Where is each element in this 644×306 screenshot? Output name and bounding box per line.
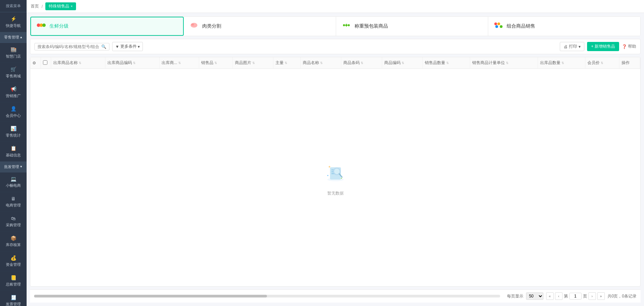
- sidebar-item-inventory[interactable]: 📦 库存核算: [0, 232, 27, 251]
- next-page-button[interactable]: ›: [588, 292, 596, 300]
- last-page-button[interactable]: »: [597, 292, 605, 300]
- print-icon: 🖨: [564, 44, 568, 49]
- scrollbar-thumb[interactable]: [34, 295, 267, 297]
- tab-fresh-grade[interactable]: 生鲜分级: [30, 17, 184, 36]
- sort-icon: ⇅: [320, 61, 323, 65]
- col-weight[interactable]: 主量 ⇅: [273, 57, 301, 69]
- breadcrumb-home[interactable]: 首页: [31, 3, 39, 9]
- col-member-price[interactable]: 会员价 ⇅: [585, 57, 619, 69]
- first-page-button[interactable]: «: [546, 292, 554, 300]
- search-input[interactable]: [38, 44, 100, 49]
- page-suffix: 页: [583, 293, 587, 299]
- combo-icon: [494, 21, 503, 31]
- sort-icon: ⇅: [252, 61, 255, 65]
- tab-weigh-pkg[interactable]: 称重预包装商品: [336, 17, 489, 36]
- sort-icon: ⇅: [361, 61, 363, 65]
- sort-icon: ⇅: [133, 61, 136, 65]
- col-sale-unit[interactable]: 销售商品计量单位 ⇅: [470, 57, 538, 69]
- svg-point-10: [494, 22, 497, 25]
- svg-point-2: [42, 24, 46, 27]
- inventory-icon: 📦: [11, 235, 16, 242]
- svg-point-23: [341, 178, 342, 179]
- sidebar-item-ecom-mgmt[interactable]: 🖥 电商管理: [0, 192, 27, 212]
- toolbar-right: 🖨 打印 ▾ + 新增销售品 ❓ 帮助: [560, 42, 636, 51]
- filter-icon: ▼: [115, 44, 119, 49]
- col-sale-item[interactable]: 销售品 ⇅: [199, 57, 233, 69]
- wholesale-mgmt-arrow-icon: ▼: [20, 165, 23, 168]
- quick-nav-icon: ⚡: [11, 16, 16, 22]
- print-arrow-icon: ▾: [579, 44, 581, 49]
- col-img[interactable]: 商品图片 ⇅: [233, 57, 273, 69]
- sidebar-item-quick-nav[interactable]: ⚡ 快捷导航: [0, 12, 27, 32]
- col-out-name[interactable]: 出库商品名称 ⇅: [51, 57, 105, 69]
- breadcrumb-close-icon[interactable]: ×: [71, 4, 73, 8]
- retail-stats-icon: 📊: [11, 125, 16, 132]
- col-good-barcode[interactable]: 商品条码 ⇅: [341, 57, 382, 69]
- svg-point-13: [495, 25, 498, 28]
- smart-store-icon: 🏬: [11, 46, 16, 53]
- help-button[interactable]: ❓ 帮助: [622, 44, 636, 49]
- select-all-checkbox[interactable]: [43, 60, 47, 65]
- col-good-code[interactable]: 商品编码 ⇅: [382, 57, 422, 69]
- sidebar-item-member-center[interactable]: 👤 会员中心: [0, 102, 27, 122]
- finance-mgmt-icon: 💰: [11, 255, 16, 262]
- sidebar: 搜索菜单 ⚡ 快捷导航 零售管理 ▲ 🏬 智慧门店 🛒 零售商城 📢 营销推广 …: [0, 0, 27, 306]
- empty-state-text: 暂无数据: [327, 190, 344, 196]
- sort-icon: ⇅: [285, 61, 287, 65]
- col-good-name[interactable]: 商品名称 ⇅: [300, 57, 341, 69]
- sidebar-item-sales-promo[interactable]: 📢 营销推广: [0, 82, 27, 102]
- invoice-mgmt-icon: 🧾: [11, 294, 16, 301]
- sidebar-item-purchase-mgmt[interactable]: 🛍 采购管理: [0, 212, 27, 232]
- col-out-code[interactable]: 出库商品编码 ⇅: [105, 57, 159, 69]
- per-page-select[interactable]: 50 10 20 100: [526, 292, 543, 300]
- col-sale-qty[interactable]: 销售品数量 ⇅: [422, 57, 470, 69]
- tab-cards: 生鲜分级 肉类分割: [30, 16, 641, 36]
- sort-icon: ⇅: [214, 61, 217, 65]
- table-container: ⚙ 出库商品名称 ⇅ 出库商品编码: [30, 57, 641, 287]
- sidebar-logo[interactable]: 搜索菜单: [0, 0, 27, 12]
- tab-combo[interactable]: 组合商品销售: [488, 17, 640, 36]
- filter-button[interactable]: ▼ 更多条件 ▾: [112, 42, 143, 51]
- table-settings-header[interactable]: ⚙: [30, 57, 41, 69]
- sort-icon: ⇅: [601, 61, 603, 65]
- page-total: 共0页，0条记录: [608, 293, 636, 299]
- table-checkbox-header[interactable]: [41, 57, 51, 69]
- table-header-row: ⚙ 出库商品名称 ⇅ 出库商品编码: [30, 57, 640, 69]
- add-product-button[interactable]: + 新增销售品: [587, 42, 619, 51]
- col-out-qty[interactable]: 出库品数量 ⇅: [538, 57, 585, 69]
- sidebar-item-wholesale-mgmt[interactable]: 批发管理 ▼: [0, 162, 27, 172]
- sidebar-item-smart-store[interactable]: 🏬 智慧门店: [0, 43, 27, 63]
- sidebar-item-retail-mgmt[interactable]: 零售管理 ▲: [0, 32, 27, 43]
- horizontal-scrollbar[interactable]: [34, 295, 500, 297]
- page-number-input[interactable]: [569, 293, 582, 300]
- data-table: ⚙ 出库商品名称 ⇅ 出库商品编码: [30, 57, 640, 69]
- ledger-mgmt-icon: 📒: [11, 275, 16, 281]
- sidebar-item-basic-info[interactable]: 📋 基础信息: [0, 142, 27, 162]
- sidebar-item-ledger-mgmt[interactable]: 📒 总账管理: [0, 271, 27, 291]
- pagination: 每页显示 50 10 20 100 « ‹ 第 页 › » 共0页，0条记录: [507, 292, 636, 300]
- mini-ecom-icon: 💻: [11, 176, 16, 183]
- sidebar-item-invoice-mgmt[interactable]: 🧾 发票管理: [0, 291, 27, 306]
- search-box[interactable]: 🔍: [34, 43, 109, 50]
- per-page-label: 每页显示: [507, 293, 523, 299]
- sidebar-item-finance-mgmt[interactable]: 💰 资金管理: [0, 251, 27, 271]
- col-out-spec[interactable]: 出库商... ⇅: [159, 57, 199, 69]
- sort-icon: ⇅: [561, 61, 564, 65]
- print-button[interactable]: 🖨 打印 ▾: [560, 42, 584, 51]
- breadcrumb-current[interactable]: 特殊销售品 ×: [45, 2, 76, 10]
- sidebar-item-mini-ecom[interactable]: 💻 小畅电商: [0, 172, 27, 192]
- sidebar-item-retail-mall[interactable]: 🛒 零售商城: [0, 63, 27, 82]
- prev-page-button[interactable]: ‹: [555, 292, 563, 300]
- search-icon[interactable]: 🔍: [101, 44, 106, 49]
- purchase-mgmt-icon: 🛍: [11, 215, 16, 222]
- breadcrumb-separator: /: [42, 4, 43, 9]
- sort-icon: ⇅: [506, 61, 509, 65]
- page-label: 第: [564, 293, 568, 299]
- tab-meat-cut[interactable]: 肉类分割: [184, 17, 336, 36]
- svg-point-4: [191, 24, 194, 26]
- ecom-mgmt-icon: 🖥: [11, 196, 16, 202]
- fresh-grade-icon: [36, 21, 46, 31]
- empty-state: 暂无数据: [30, 69, 640, 286]
- sidebar-item-retail-stats[interactable]: 📊 零售统计: [0, 122, 27, 142]
- bottom-bar: 每页显示 50 10 20 100 « ‹ 第 页 › » 共0页，0条记录: [30, 289, 641, 303]
